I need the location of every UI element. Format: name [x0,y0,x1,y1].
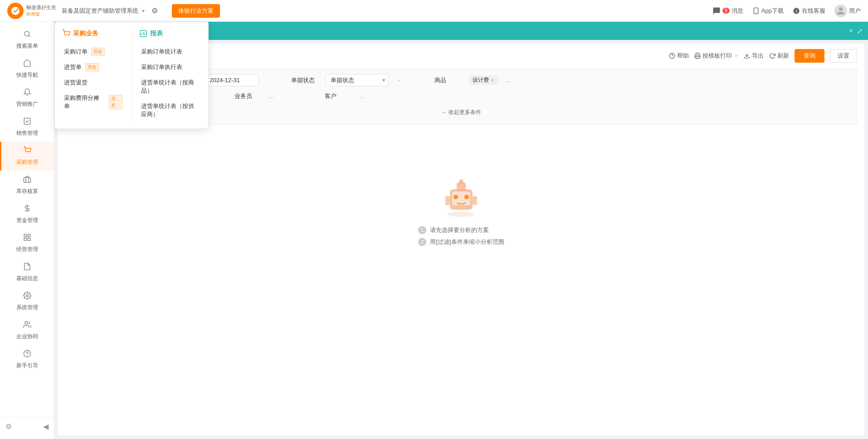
salesperson-label: 业务员 [234,92,262,100]
sidebar-item-operations[interactable]: 经营管理 [0,229,54,258]
sidebar-item-enterprise[interactable]: 企业协同 [0,316,54,345]
sidebar-label-enterprise: 企业协同 [16,333,38,340]
phone-icon [752,7,760,15]
refresh-btn[interactable]: 刷新 [769,52,789,60]
tip-text-1: 请先选择要分析的方案 [430,226,489,234]
sidebar-item-inventory[interactable]: 库存核算 [0,171,54,200]
print-icon [694,53,701,59]
sidebar-label-system: 系统管理 [16,304,38,311]
dropdown-col-report-title-text: 报表 [150,30,163,38]
user-btn[interactable]: 用户 [834,5,861,17]
customer-more[interactable]: ... [359,93,364,99]
settings-btn[interactable]: 设置 [830,49,857,63]
svg-rect-26 [445,196,450,205]
dropdown-item-order-stat[interactable]: 采购订单统计表 [139,45,201,59]
tip-num-2: 2 [418,238,426,246]
dropdown-item-inbound-stat-supplier[interactable]: 进货单统计表（按供应商） [139,99,201,121]
goods-tag-close[interactable]: × [491,77,494,84]
svg-point-1 [756,12,756,13]
system-title-area: 装备及固定资产辅助管理系统 ▾ ⚙ 体验行业方案 [62,4,712,18]
window-close-btn[interactable]: × [849,27,853,35]
doc-status-select[interactable]: 单据状态 [326,74,389,86]
doc-status-label: 单据状态 [291,76,318,84]
marketing-icon [23,88,31,99]
system-title-dropdown[interactable]: ▾ [142,8,145,14]
svg-point-28 [65,36,66,37]
sidebar-label-quick-nav: 快捷导航 [16,71,38,79]
sidebar-item-quick-nav[interactable]: 快捷导航 [0,54,54,84]
svg-rect-8 [28,234,30,237]
sidebar-item-basic-info[interactable]: 基础信息 [0,258,54,287]
purchase-dropdown-menu: 采购业务 采购订单 历史 进货单 历史 进货退货 采购费用分摊单 历史 [54,22,209,129]
tab-bar-actions: × ⤢ [849,22,868,40]
avatar [834,5,847,17]
dropdown-col-purchase-title: 采购业务 [62,30,124,39]
dropdown-item-fee[interactable]: 采购费用分摊单 历史 [62,91,124,113]
topbar: 畅捷通好生意 标准版 装备及固定资产辅助管理系统 ▾ ⚙ 体验行业方案 9 消息… [0,0,868,22]
svg-point-4 [26,153,27,154]
salesperson-more[interactable]: ... [269,93,274,99]
industry-btn[interactable]: 体验行业方案 [172,4,220,18]
sidebar-item-marketing[interactable]: 营销推广 [0,84,54,113]
sidebar-collapse-btn[interactable]: ◀ [43,422,49,431]
sidebar-bottom: ⚙ ◀ [0,417,54,435]
window-expand-btn[interactable]: ⤢ [857,27,863,35]
app-download-btn[interactable]: App下载 [752,7,784,15]
dropdown-item-purchase-order-label: 采购订单 [64,48,88,56]
doc-status-dropdown-icon [396,78,402,83]
sidebar-item-sales[interactable]: 销售管理 [0,113,54,142]
operations-icon [23,233,31,244]
dropdown-item-inbound-label: 进货单 [64,63,82,71]
search-sidebar-icon [23,30,31,40]
user-label: 用户 [849,7,861,15]
hist-tag-inbound: 历史 [85,63,99,71]
message-btn[interactable]: 9 消息 [712,7,743,15]
dropdown-item-purchase-order[interactable]: 采购订单 历史 [62,45,124,59]
settings-icon[interactable]: ⚙ [148,5,161,17]
svg-rect-3 [24,118,30,124]
sidebar-label-operations: 经营管理 [16,246,38,253]
dropdown-col-report-title: 报表 [139,30,201,39]
svg-point-25 [459,179,463,184]
app-label: App下载 [761,7,784,15]
empty-tip-2: 2 用[过滤]条件来缩小分析范围 [418,238,504,246]
sidebar-item-finance[interactable]: 资金管理 [0,200,54,229]
collapse-icon [441,110,447,115]
dropdown-item-inbound-stat-goods[interactable]: 进货单统计表（按商品） [139,76,201,98]
service-label: 在线客服 [802,7,825,15]
sidebar-item-search[interactable]: 搜索菜单 [0,25,54,54]
empty-illustration [439,173,484,219]
logo-text: 畅捷通好生意 [26,4,56,10]
sidebar-settings-btn[interactable]: ⚙ [5,422,12,431]
svg-rect-10 [28,238,30,241]
online-service-btn[interactable]: 在线客服 [793,7,825,15]
dropdown-item-order-exec[interactable]: 采购订单执行表 [139,60,201,74]
help-icon [669,53,675,59]
help-btn[interactable]: 帮助 [669,52,689,60]
tip-num-1: 1 [418,226,426,234]
sidebar-item-system[interactable]: 系统管理 [0,287,54,316]
service-icon [793,7,800,15]
print-btn[interactable]: 按模板打印 [694,52,738,60]
doc-status-select-wrap: 单据状态 [326,74,389,86]
svg-point-11 [26,295,28,297]
dropdown-col-purchase: 采购业务 采购订单 历史 进货单 历史 进货退货 采购费用分摊单 历史 [62,30,124,121]
sidebar-label-finance: 资金管理 [16,217,38,224]
sidebar-label-inventory: 库存核算 [16,187,38,195]
empty-tips: 1 请先选择要分析的方案 2 用[过滤]条件来缩小分析范围 [418,226,504,246]
dropdown-item-return[interactable]: 进货退货 [62,76,124,89]
export-btn[interactable]: 导出 [744,52,764,60]
goods-more[interactable]: ... [505,77,510,84]
logo-area: 畅捷通好生意 标准版 [7,3,62,19]
print-label: 按模板打印 [702,52,732,60]
sidebar-item-purchase[interactable]: 采购管理 [0,142,54,171]
sidebar-label-purchase: 采购管理 [16,158,38,166]
dropdown-item-inbound[interactable]: 进货单 历史 [62,60,124,74]
svg-rect-17 [696,56,699,59]
sidebar-item-guide[interactable]: 新手引导 [0,345,54,374]
query-btn[interactable]: 查询 [795,49,824,63]
customer-label: 客户 [325,92,352,100]
empty-tip-1: 1 请先选择要分析的方案 [418,226,504,234]
dropdown-item-return-label: 进货退货 [64,79,88,87]
svg-point-12 [24,321,27,324]
